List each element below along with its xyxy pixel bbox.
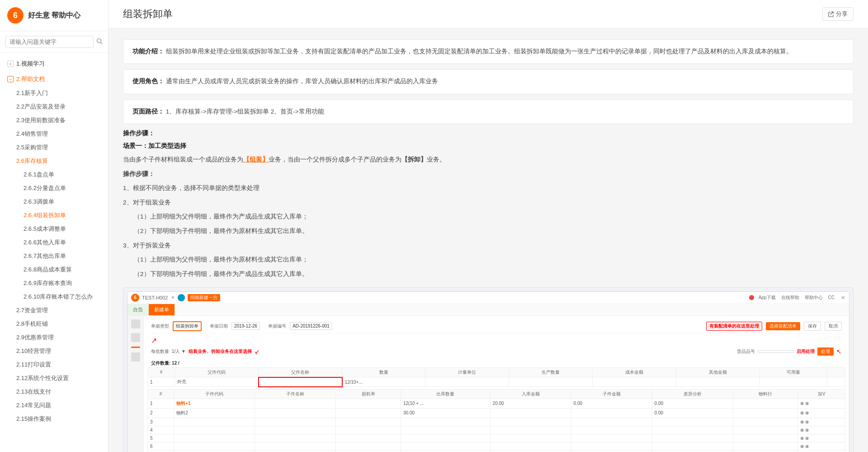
main-header: 组装拆卸单 分享 bbox=[108, 0, 868, 29]
share-button[interactable]: 分享 bbox=[822, 7, 854, 21]
td-7-6 bbox=[490, 450, 571, 452]
mock-select-bom-btn[interactable]: 选择装配清单 bbox=[766, 322, 800, 330]
expand-icon: + bbox=[7, 61, 14, 67]
td-7-5 bbox=[401, 450, 490, 452]
mock-td-1: 1 bbox=[148, 377, 175, 387]
mock-ltd-29 bbox=[733, 408, 798, 418]
disassemble-text: 【拆卸】 bbox=[401, 156, 427, 163]
mock-topbar: 6 TEST-H002 ▼ 同期新建一方 🔴 App下载 在线帮助 帮助中心 C… bbox=[127, 292, 849, 304]
nav-group-docs: − 2.帮助文档 2.1新手入门 2.2产品安装及登录 2.3使用前数据准备 2… bbox=[0, 72, 108, 426]
sidebar-item-24[interactable]: 2.4销售管理 bbox=[16, 127, 108, 141]
step2: 2、对于组装业务 bbox=[123, 197, 854, 209]
mock-th-ops bbox=[827, 367, 845, 377]
mock-upper-table: # 父件代码 父件名称 数量 计量单位 生产数量 成本金额 其他 bbox=[147, 367, 845, 387]
mock-ltd-17: 0.00 bbox=[571, 399, 652, 408]
sidebar-item-26[interactable]: 2.6库存核算 bbox=[16, 154, 108, 168]
mock-lth-in-amt: 入库金额 bbox=[490, 389, 571, 399]
sidebar: 6 好生意 帮助中心 + 1.视频学习 − 2.帮助文档 bbox=[0, 0, 108, 452]
scene1-desc: 当由多个子件材料组装成一个成品的业务为【组装】业务，当由一个父件拆分成多个子产品… bbox=[123, 154, 854, 166]
mock-sidebar-icon2 bbox=[131, 333, 140, 342]
mock-lth-out-qty: 出库数量 bbox=[401, 389, 490, 399]
mock-form-row2-wrap: 每批数量 1/人 ▼ 组装业务、拆卸业务在这里选择 ↙ 货品品号 启用处理 bbox=[147, 346, 845, 357]
sidebar-item-213[interactable]: 2.13在线支付 bbox=[16, 385, 108, 399]
svg-line-1 bbox=[101, 43, 103, 44]
sidebar-item-267[interactable]: 2.6.7其他出库单 bbox=[24, 249, 108, 263]
mock-lth-child-code: 子件代码 bbox=[174, 389, 255, 399]
mock-search-input[interactable] bbox=[758, 350, 794, 353]
mock-per-batch-label: 每批数量 bbox=[151, 348, 169, 355]
scene1-desc-text: 当由多个子件材料组装成一个成品的业务为 bbox=[123, 156, 243, 163]
search-input[interactable] bbox=[5, 36, 94, 48]
td-4-5 bbox=[401, 426, 490, 434]
sidebar-item-214[interactable]: 2.14常见问题 bbox=[16, 399, 108, 412]
td-4-9 bbox=[733, 426, 798, 434]
sidebar-item-videos[interactable]: + 1.视频学习 bbox=[0, 57, 108, 71]
mock-lower-table: # 子件代码 子件名称 损耗率 出库数量 入库金额 子件金额 bbox=[147, 389, 845, 452]
intro-text: 组装拆卸单用来处理企业组装或拆卸等加工业务，支持有固定装配清单的产品加工业务，也… bbox=[166, 48, 793, 55]
mock-ltd-ops1: ⊕ ⊗ bbox=[798, 399, 845, 408]
sidebar-item-263[interactable]: 2.6.3调拨单 bbox=[24, 195, 108, 209]
table-row: 7⊕ ⊗ bbox=[148, 450, 845, 452]
sidebar-item-212[interactable]: 2.12系统个性化设置 bbox=[16, 371, 108, 385]
td-4-6 bbox=[490, 426, 571, 434]
sidebar-item-2610[interactable]: 2.6.10库存账本错了怎么办 bbox=[24, 290, 108, 304]
mock-cancel-btn[interactable]: 取消 bbox=[825, 322, 842, 331]
td-7-3 bbox=[255, 450, 336, 452]
sidebar-item-28[interactable]: 2.8手机旺铺 bbox=[16, 317, 108, 331]
sidebar-item-22[interactable]: 2.2产品安装及登录 bbox=[16, 100, 108, 114]
sidebar-item-211[interactable]: 2.11打印设置 bbox=[16, 358, 108, 371]
search-bar bbox=[0, 31, 108, 53]
td-3-5 bbox=[401, 418, 490, 426]
mock-td-6 bbox=[509, 377, 593, 387]
sidebar-item-29[interactable]: 2.9优惠券管理 bbox=[16, 331, 108, 344]
search-button[interactable] bbox=[96, 38, 103, 46]
sidebar-item-215[interactable]: 2.15操作案例 bbox=[16, 412, 108, 426]
td-7-9 bbox=[733, 450, 798, 452]
sidebar-item-21[interactable]: 2.1新手入门 bbox=[16, 86, 108, 100]
td-6-1: 6 bbox=[148, 442, 174, 450]
sidebar-item-264[interactable]: 2.6.4组装拆卸单 bbox=[24, 209, 108, 222]
td-7-8 bbox=[652, 450, 733, 452]
td-6-7 bbox=[571, 442, 652, 450]
share-icon bbox=[828, 11, 834, 17]
mock-ltd-23 bbox=[255, 408, 336, 418]
mock-tab-home[interactable]: 自负 bbox=[127, 304, 149, 315]
td-3-7 bbox=[571, 418, 652, 426]
mock-form-num-label: 单据编号 bbox=[268, 323, 286, 329]
mock-ltd-24 bbox=[336, 408, 401, 418]
mock-topbar-id: TEST-H002 bbox=[142, 295, 168, 300]
mock-td-9 bbox=[760, 377, 827, 387]
sidebar-item-23[interactable]: 2.3使用前数据准备 bbox=[16, 114, 108, 127]
table-row: 1 外壳 12/10+... bbox=[148, 377, 845, 387]
sidebar-item-266[interactable]: 2.6.6其他入库单 bbox=[24, 236, 108, 249]
mock-td-10 bbox=[827, 377, 845, 387]
sidebar-item-25[interactable]: 2.5采购管理 bbox=[16, 141, 108, 154]
sidebar-item-docs[interactable]: − 2.帮助文档 bbox=[0, 72, 108, 86]
td-7-2 bbox=[174, 450, 255, 452]
mock-td-3 bbox=[259, 377, 342, 387]
mock-tab-new[interactable]: 新建单 bbox=[149, 304, 175, 315]
mock-th-parent-name: 父件名称 bbox=[259, 367, 342, 377]
table-row: 6⊕ ⊗ bbox=[148, 442, 845, 450]
td-6-ops: ⊕ ⊗ bbox=[798, 442, 845, 450]
sidebar-item-262[interactable]: 2.6.2分量盘点单 bbox=[24, 181, 108, 195]
mock-enable-btn[interactable]: 处理 bbox=[817, 347, 834, 356]
td-7-4 bbox=[336, 450, 401, 452]
main-content: 功能介绍： 组装拆卸单用来处理企业组装或拆卸等加工业务，支持有固定装配清单的产品… bbox=[108, 29, 868, 452]
sidebar-item-210[interactable]: 2.10经营管理 bbox=[16, 344, 108, 358]
mock-close-icon[interactable]: ✕ bbox=[841, 295, 845, 301]
sidebar-logo: 6 好生意 帮助中心 bbox=[0, 0, 108, 31]
td-4-4 bbox=[336, 426, 401, 434]
assembly-link[interactable]: 【组装】 bbox=[243, 156, 269, 163]
td-6-6 bbox=[490, 442, 571, 450]
sidebar-item-269[interactable]: 2.6.9库存账本查询 bbox=[24, 276, 108, 290]
td-3-3 bbox=[255, 418, 336, 426]
sidebar-item-261[interactable]: 2.6.1盘点单 bbox=[24, 168, 108, 181]
sidebar-item-268[interactable]: 2.6.8商品成本重算 bbox=[24, 263, 108, 276]
sidebar-item-265[interactable]: 2.6.5成本调整单 bbox=[24, 222, 108, 236]
arrow-up-icon: ↖ bbox=[836, 348, 842, 355]
mock-lth-child-name: 子件名称 bbox=[255, 389, 336, 399]
mock-ltd-28: 0.00 bbox=[652, 408, 733, 418]
sidebar-item-27[interactable]: 2.7资金管理 bbox=[16, 304, 108, 317]
mock-save-btn[interactable]: 保存 bbox=[804, 322, 821, 331]
